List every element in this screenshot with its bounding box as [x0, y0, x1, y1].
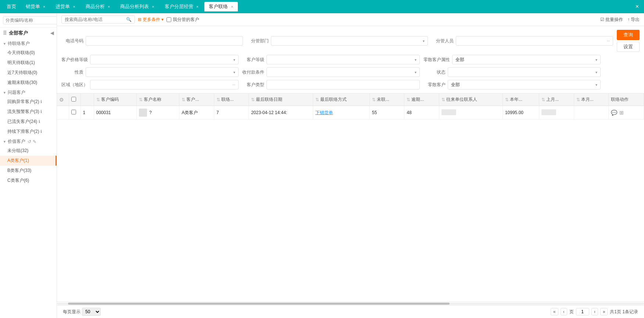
refresh-icon[interactable]: ↺: [28, 139, 31, 144]
sidebar-group-value[interactable]: ▼ 价值客户 ↺ ✎: [0, 137, 57, 146]
price-level-select[interactable]: ▾: [90, 55, 239, 64]
comment-icon[interactable]: 💬: [611, 110, 617, 116]
col-action-label: 联络动作: [611, 97, 629, 102]
nav-tab-4[interactable]: 客户分层经营 ×: [160, 2, 203, 11]
first-page-button[interactable]: «: [551, 308, 558, 315]
prev-page-button[interactable]: ‹: [561, 308, 567, 315]
my-customers-checkbox[interactable]: [167, 17, 171, 22]
th-contact[interactable]: ⇅ 联络...: [214, 93, 248, 106]
sidebar-item-7days[interactable]: 近7天待联络(0): [0, 68, 57, 78]
cell-thisyear: 10995.00: [502, 106, 539, 120]
nav-tab-3[interactable]: 商品分析列表 ×: [116, 2, 158, 11]
last-page-button[interactable]: »: [600, 308, 608, 315]
nav-tab-5-close[interactable]: ×: [231, 4, 233, 9]
nav-tab-1[interactable]: 进货单 ×: [51, 2, 79, 11]
export-button[interactable]: ↑ 导出: [627, 17, 640, 23]
sidebar-item-today[interactable]: 今天待联络(0): [0, 48, 57, 58]
cell-lastmethod[interactable]: 下销货单: [313, 106, 369, 120]
search-box[interactable]: 🔍: [61, 15, 135, 24]
sidebar-group-pending[interactable]: ▼ 待联络客户: [0, 39, 57, 48]
th-nocontact[interactable]: ⇅ 未联...: [370, 93, 404, 106]
th-lastmonth[interactable]: ⇅ 上月...: [539, 93, 574, 106]
person-label: 分管人员: [432, 38, 454, 44]
th-code[interactable]: ⇅ 客户编码: [94, 93, 136, 106]
all-customers-label: 全部客户: [9, 30, 28, 36]
sidebar-search-input[interactable]: [3, 16, 57, 24]
th-overdue[interactable]: ⇅ 逾期...: [404, 93, 439, 106]
th-contactperson[interactable]: ⇅ 往来单位联系人: [439, 93, 502, 106]
scroll-track[interactable]: [57, 303, 644, 305]
th-settings[interactable]: ⚙: [57, 93, 69, 106]
more-conditions-button[interactable]: ⊞ 更多条件 ▾: [138, 17, 164, 23]
gear-icon[interactable]: ⚙: [59, 97, 64, 103]
sidebar-item-ungroup[interactable]: 未分组(32): [0, 146, 57, 156]
cell-thismonth: [574, 106, 608, 120]
th-thisyear[interactable]: ⇅ 本年...: [502, 93, 539, 106]
all-customers-header[interactable]: ⠿ 全部客户 ◀: [0, 28, 57, 39]
th-lastmethod[interactable]: ⇅ 最后联络方式: [313, 93, 369, 106]
info-icon-2: ℹ: [39, 119, 40, 124]
per-page-dropdown[interactable]: 50 100 200: [82, 308, 101, 316]
cell-checkbox[interactable]: [69, 106, 80, 120]
nav-tab-1-close[interactable]: ×: [73, 4, 75, 9]
row-checkbox[interactable]: [71, 110, 76, 114]
horizontal-scrollbar[interactable]: [57, 301, 644, 305]
nav-tab-2-close[interactable]: ×: [108, 4, 110, 9]
page-input[interactable]: [576, 308, 589, 315]
scatter-attr-select[interactable]: 全部 ▾: [452, 55, 601, 64]
sidebar-item-aclass[interactable]: A类客户(1): [0, 156, 57, 166]
lostwarning-count: (3): [34, 109, 39, 114]
th-lastdate[interactable]: ⇅ 最后联络日期: [249, 93, 313, 106]
my-customers-label: 我分管的客户: [173, 17, 199, 23]
batch-operation-button[interactable]: ☑ 批量操作: [600, 17, 623, 23]
cell-nocontact: 55: [370, 106, 404, 120]
scroll-thumb[interactable]: [68, 303, 450, 305]
nav-tab-4-close[interactable]: ×: [196, 4, 198, 9]
sidebar-item-repurchase[interactable]: 回购异常客户(2) ℹ: [0, 97, 57, 107]
nav-tab-5[interactable]: 客户联络 ×: [204, 2, 237, 11]
collapse-button[interactable]: ◀: [50, 31, 54, 36]
next-page-button[interactable]: ›: [591, 308, 598, 315]
search-input[interactable]: [65, 17, 125, 22]
query-button[interactable]: 查询: [617, 30, 640, 40]
th-checkbox[interactable]: [69, 93, 80, 106]
phone-input[interactable]: [86, 36, 243, 46]
my-customers-checkbox-label[interactable]: 我分管的客户: [167, 17, 199, 23]
sidebar-item-lostwarning[interactable]: 流失预警客户(3) ℹ: [0, 107, 57, 117]
th-thismonth[interactable]: ⇅ 本月...: [574, 93, 608, 106]
nav-home[interactable]: 首页: [3, 2, 20, 11]
customer-type-input[interactable]: [266, 80, 419, 89]
select-all-checkbox[interactable]: [71, 97, 76, 102]
sidebar-item-tomorrow[interactable]: 明天待联络(1): [0, 58, 57, 68]
customer-level-select[interactable]: ▾: [266, 55, 419, 64]
nav-tab-0[interactable]: 销货单 ×: [21, 2, 50, 11]
adv-filter-row-2: 客户价格等级 ▾ 客户等级 ▾ 零散客户属性 全部 ▾: [61, 55, 640, 64]
overdue-count: (30): [29, 80, 37, 85]
sidebar-item-lost[interactable]: 已流失客户(24) ℹ: [0, 117, 57, 127]
nature-select[interactable]: ▾: [86, 67, 239, 77]
close-all-button[interactable]: ×: [633, 2, 641, 11]
settings-button[interactable]: 设置: [617, 42, 640, 52]
qrcode-icon[interactable]: ⊞: [619, 110, 624, 116]
status-select[interactable]: ▾: [448, 67, 601, 77]
scatter-select[interactable]: 全部 ▾: [448, 80, 601, 89]
sidebar-item-overdue[interactable]: 逾期未联络(30): [0, 78, 57, 88]
payment-select[interactable]: ▾: [266, 67, 419, 77]
sidebar-group-problem[interactable]: ▼ 问题客户: [0, 88, 57, 97]
sort-icon-lastmonth: ⇅: [541, 97, 545, 102]
person-input[interactable]: ···: [456, 36, 613, 46]
query-settings-buttons: 查询 设置: [617, 30, 640, 52]
sidebar-item-declining[interactable]: 持续下滑客户(2) ℹ: [0, 127, 57, 137]
declining-label: 持续下滑客户: [7, 129, 34, 134]
edit-icon[interactable]: ✎: [33, 139, 36, 144]
cell-contact: 7: [214, 106, 248, 120]
th-type[interactable]: ⇅ 客户...: [179, 93, 214, 106]
sidebar-item-bclass[interactable]: B类客户(33): [0, 166, 57, 176]
nav-tab-0-close[interactable]: ×: [43, 4, 45, 9]
dept-select[interactable]: ▾: [271, 36, 428, 46]
nav-tab-3-close[interactable]: ×: [152, 4, 154, 9]
nav-tab-2[interactable]: 商品分析 ×: [81, 2, 114, 11]
th-name[interactable]: ⇅ 客户名称: [136, 93, 179, 106]
sidebar-item-cclass[interactable]: C类客户(6): [0, 176, 57, 186]
region-input[interactable]: ···: [90, 80, 239, 89]
